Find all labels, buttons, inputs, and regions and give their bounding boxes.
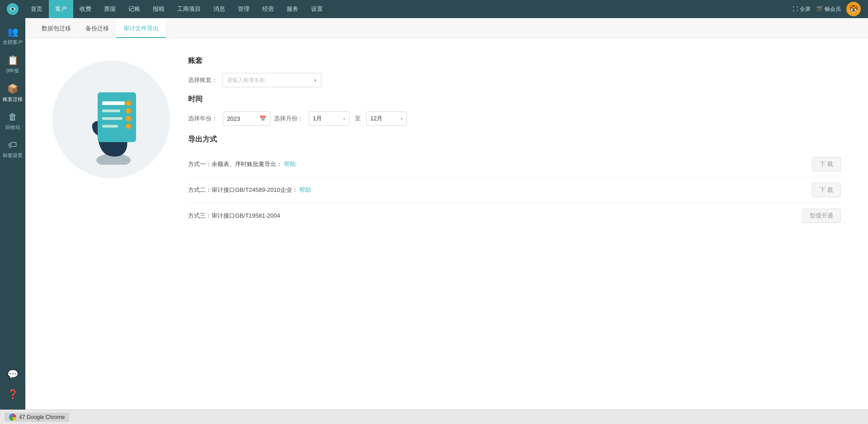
nav-items: 首页 客户 收费 票据 记账 报税 工商项目 消息 管理 经营 服务 设置 bbox=[24, 0, 793, 18]
method-3-open-button[interactable]: 暂缓开通 bbox=[802, 209, 841, 223]
export-method-3: 方式三：审计接口GB/T19581-2004 暂缓开通 bbox=[188, 203, 841, 229]
sidebar-item-tag-settings[interactable]: 🏷 标签设置 bbox=[0, 135, 25, 163]
export-method-2: 方式二：审计接口GB/T24589-2010企业： 帮助 下 载 bbox=[188, 177, 841, 203]
tab-audit-export[interactable]: 审计文件导出 bbox=[116, 20, 166, 38]
svg-rect-7 bbox=[102, 125, 118, 128]
nav-bookkeeping[interactable]: 记账 bbox=[122, 0, 146, 18]
user-avatar[interactable]: 🐯 bbox=[846, 2, 861, 16]
svg-point-11 bbox=[126, 124, 131, 129]
account-select[interactable]: 请输入账簿名称 ▾ bbox=[222, 73, 321, 87]
month-start-arrow: ▾ bbox=[343, 116, 345, 121]
svg-point-8 bbox=[126, 100, 131, 106]
fullscreen-icon: ⛶ bbox=[793, 6, 798, 12]
account-dropdown-arrow: ▾ bbox=[314, 78, 316, 83]
tag-settings-icon: 🏷 bbox=[8, 140, 17, 150]
export-section: 导出方式 方式一：余额表、序时账批量导出： 帮助 下 载 方式二：审计接口GB/… bbox=[188, 135, 841, 229]
svg-rect-4 bbox=[102, 101, 125, 105]
taskbar: 47 Google Chrome bbox=[0, 410, 868, 424]
chrome-icon bbox=[9, 414, 16, 421]
sidebar-item-zero-declare-label: 0申报 bbox=[6, 67, 19, 74]
sidebar-item-all-customers-label: 全部客户 bbox=[3, 39, 23, 46]
fullscreen-button[interactable]: ⛶ 全屏 bbox=[793, 5, 811, 13]
month-start-value: 1月 bbox=[313, 114, 322, 123]
method-1-label: 方式一：余额表、序时账批量导出： bbox=[188, 161, 282, 167]
taskbar-chrome-item[interactable]: 47 Google Chrome bbox=[5, 413, 69, 422]
vip-label: 畅会员 bbox=[825, 5, 841, 13]
tab-data-migration[interactable]: 数据包迁移 bbox=[34, 20, 78, 38]
method-1-help-link[interactable]: 帮助 bbox=[284, 161, 296, 167]
content-area: 数据包迁移 备份迁移 审计文件导出 bbox=[25, 18, 868, 410]
illustration-area bbox=[43, 52, 179, 396]
month-end-select[interactable]: 12月 ▾ bbox=[366, 111, 407, 126]
method-1-text: 方式一：余额表、序时账批量导出： 帮助 bbox=[188, 160, 296, 168]
account-section-title: 账套 bbox=[188, 56, 841, 66]
svg-point-1 bbox=[11, 8, 14, 10]
time-section: 时间 选择年份： 2023 📅 选择月份： 1月 ▾ 至 bbox=[188, 95, 841, 126]
year-value: 2023 bbox=[227, 115, 240, 122]
tab-backup-migration[interactable]: 备份迁移 bbox=[78, 20, 116, 38]
form-area: 账套 选择账套： 请输入账簿名称 ▾ 时间 选择年份： bbox=[179, 52, 850, 396]
sidebar-item-help[interactable]: ❓ bbox=[0, 384, 25, 404]
svg-point-9 bbox=[126, 108, 131, 114]
sidebar-item-recycle-label: 回收站 bbox=[5, 124, 20, 131]
nav-business[interactable]: 工商项目 bbox=[171, 0, 207, 18]
message-bottom-icon: 💬 bbox=[7, 369, 19, 380]
sidebar-item-zero-declare[interactable]: 📋 0申报 bbox=[0, 50, 25, 79]
method-3-text: 方式三：审计接口GB/T19581-2004 bbox=[188, 212, 280, 220]
calendar-icon: 📅 bbox=[259, 115, 266, 122]
sidebar-item-account-migrate[interactable]: 📦 账套迁移 bbox=[0, 79, 25, 107]
sidebar-item-message[interactable]: 💬 bbox=[0, 364, 25, 384]
sidebar-item-recycle[interactable]: 🗑 回收站 bbox=[0, 107, 25, 135]
nav-home[interactable]: 首页 bbox=[24, 0, 49, 18]
sidebar-item-account-migrate-label: 账套迁移 bbox=[3, 96, 23, 103]
month-end-value: 12月 bbox=[370, 114, 382, 123]
page-content: 账套 选择账套： 请输入账簿名称 ▾ 时间 选择年份： bbox=[25, 38, 868, 410]
nav-fee[interactable]: 收费 bbox=[73, 0, 98, 18]
export-method-1: 方式一：余额表、序时账批量导出： 帮助 下 载 bbox=[188, 152, 841, 177]
method-3-label: 方式三：审计接口GB/T19581-2004 bbox=[188, 212, 280, 219]
top-nav: 首页 客户 收费 票据 记账 报税 工商项目 消息 管理 经营 服务 设置 ⛶ … bbox=[0, 0, 868, 18]
nav-customer[interactable]: 客户 bbox=[49, 0, 73, 18]
svg-point-10 bbox=[126, 116, 131, 121]
nav-service[interactable]: 服务 bbox=[280, 0, 305, 18]
main-layout: 👥 全部客户 📋 0申报 📦 账套迁移 🗑 回收站 🏷 标签设置 💬 ❓ bbox=[0, 18, 868, 410]
vip-button[interactable]: 🎬 畅会员 bbox=[816, 5, 841, 13]
account-form-row: 选择账套： 请输入账簿名称 ▾ bbox=[188, 73, 841, 87]
illustration-svg bbox=[71, 74, 152, 165]
sidebar-item-all-customers[interactable]: 👥 全部客户 bbox=[0, 22, 25, 50]
top-nav-right: ⛶ 全屏 🎬 畅会员 🐯 bbox=[793, 2, 868, 16]
tabs-bar: 数据包迁移 备份迁移 审计文件导出 bbox=[25, 18, 868, 38]
method-2-help-link[interactable]: 帮助 bbox=[299, 186, 311, 193]
vip-icon: 🎬 bbox=[816, 6, 823, 12]
help-bottom-icon: ❓ bbox=[7, 389, 19, 400]
svg-rect-5 bbox=[102, 110, 120, 112]
svg-rect-6 bbox=[102, 117, 123, 120]
time-separator: 至 bbox=[353, 114, 363, 123]
nav-manage[interactable]: 管理 bbox=[231, 0, 256, 18]
method-2-text: 方式二：审计接口GB/T24589-2010企业： 帮助 bbox=[188, 186, 311, 194]
account-section: 账套 选择账套： 请输入账簿名称 ▾ bbox=[188, 56, 841, 87]
account-label: 选择账套： bbox=[188, 76, 217, 84]
time-section-title: 时间 bbox=[188, 95, 841, 104]
nav-invoice[interactable]: 票据 bbox=[98, 0, 122, 18]
nav-tax[interactable]: 报税 bbox=[146, 0, 171, 18]
month-start-select[interactable]: 1月 ▾ bbox=[309, 111, 349, 126]
nav-message[interactable]: 消息 bbox=[207, 0, 231, 18]
fullscreen-label: 全屏 bbox=[800, 5, 811, 13]
illustration-circle bbox=[52, 61, 170, 178]
year-input[interactable]: 2023 📅 bbox=[223, 111, 270, 126]
app-logo bbox=[5, 1, 21, 17]
sidebar: 👥 全部客户 📋 0申报 📦 账套迁移 🗑 回收站 🏷 标签设置 💬 ❓ bbox=[0, 18, 25, 410]
year-label: 选择年份： bbox=[188, 114, 217, 123]
account-placeholder: 请输入账簿名称 bbox=[227, 76, 265, 84]
nav-settings[interactable]: 设置 bbox=[305, 0, 329, 18]
method-2-download-button[interactable]: 下 载 bbox=[812, 183, 841, 197]
taskbar-chrome-label: 47 Google Chrome bbox=[19, 414, 65, 420]
time-row: 选择年份： 2023 📅 选择月份： 1月 ▾ 至 12月 bbox=[188, 111, 841, 126]
month-end-arrow: ▾ bbox=[401, 116, 403, 121]
sidebar-item-tag-settings-label: 标签设置 bbox=[3, 152, 23, 159]
nav-operation[interactable]: 经营 bbox=[256, 0, 280, 18]
method-1-download-button[interactable]: 下 载 bbox=[812, 157, 841, 172]
account-migrate-icon: 📦 bbox=[7, 83, 19, 94]
all-customers-icon: 👥 bbox=[7, 26, 19, 37]
